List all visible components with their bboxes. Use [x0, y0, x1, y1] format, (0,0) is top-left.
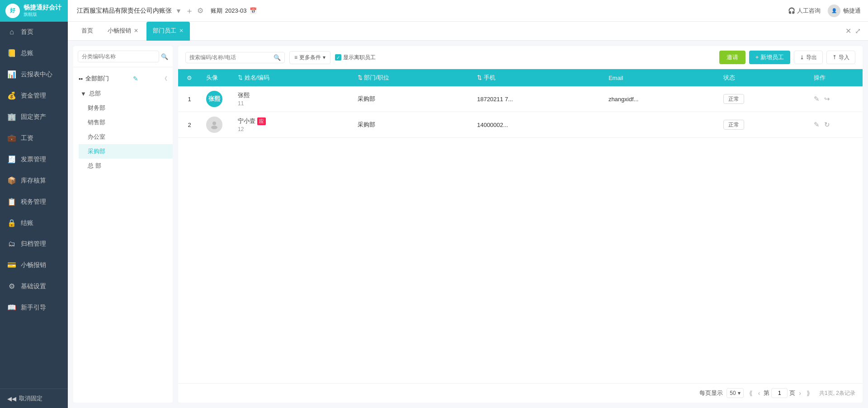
dept-label-hq: 总 部	[88, 162, 101, 170]
refresh-icon[interactable]: ↻	[824, 121, 830, 129]
logout-icon[interactable]: ↪	[824, 95, 830, 103]
last-page-icon[interactable]: ⟫	[805, 389, 812, 398]
dept-node-finance[interactable]: 财务部	[79, 101, 173, 115]
add-employee-button[interactable]: + 新增员工	[749, 51, 790, 64]
show-resigned-checkbox[interactable]: ✓ 显示离职员工	[335, 54, 376, 61]
expense-icon: 💳	[7, 261, 16, 269]
tab-home[interactable]: 首页	[75, 22, 99, 41]
row1-name-cell: 张熙 11	[232, 86, 352, 112]
invite-button[interactable]: 邀请	[719, 51, 745, 64]
reports-icon: 📊	[7, 70, 16, 79]
sidebar-label-close: 结账	[21, 219, 33, 227]
unpin-button[interactable]: ◀◀ 取消固定	[0, 389, 68, 408]
row1-avatar: 张熙	[201, 86, 232, 112]
edit-icon[interactable]: ✎	[814, 95, 820, 103]
avatar: 👤	[828, 5, 840, 17]
per-page-label: 每页显示	[699, 389, 723, 397]
dept-node-hq[interactable]: 总 部	[79, 159, 173, 173]
service-button[interactable]: 🎧 人工咨询	[788, 7, 821, 15]
logo-area: 好 畅捷通好会计 旗舰版	[0, 0, 68, 22]
sidebar-item-capital[interactable]: 💰 资金管理	[0, 85, 68, 106]
tax-icon: 📋	[7, 197, 16, 206]
row1-no: 1	[178, 86, 201, 112]
sidebar-item-inventory[interactable]: 📦 库存核算	[0, 170, 68, 191]
dept-label-general: 总部	[89, 89, 101, 98]
row2-name: 宁小壹	[238, 117, 255, 125]
company-dropdown-icon[interactable]: ▼	[175, 7, 182, 14]
tab-expense-close-icon[interactable]: ✕	[134, 28, 138, 34]
tab-expense[interactable]: 小畅报销 ✕	[101, 22, 145, 41]
dept-search-area: 🔍	[73, 46, 173, 67]
dept-node-purchase[interactable]: 采购部	[79, 144, 173, 159]
employee-search-icon[interactable]: 🔍	[274, 54, 281, 61]
dept-node-office[interactable]: 办公室	[79, 130, 173, 144]
sidebar-item-tax[interactable]: 📋 税务管理	[0, 191, 68, 212]
sidebar-label-capital: 资金管理	[21, 92, 46, 100]
per-page-select[interactable]: 50 ▾	[726, 388, 743, 398]
sidebar-item-close[interactable]: 🔒 结账	[0, 212, 68, 234]
guide-icon: 📖	[7, 303, 16, 312]
filter-label: 更多条件	[299, 54, 321, 61]
dept-node-general[interactable]: ▼ 总部	[73, 86, 173, 101]
sidebar-item-guide[interactable]: 📖 新手引导	[0, 297, 68, 318]
invoice-icon: 🧾	[7, 155, 16, 164]
dept-edit-icon[interactable]: ✎	[133, 75, 138, 82]
tab-employees-close-icon[interactable]: ✕	[179, 28, 184, 34]
per-page-value: 50	[730, 390, 736, 396]
col-name[interactable]: ⇅ 姓名/编码	[232, 69, 352, 86]
headphone-icon: 🎧	[788, 7, 795, 14]
dept-collapse-icon[interactable]: 《	[162, 75, 167, 83]
employee-search-input[interactable]	[189, 54, 271, 61]
dept-all-button[interactable]: ▪▪ 全部部门 ✎ 《	[73, 71, 173, 86]
sidebar-item-settings[interactable]: ⚙ 基础设置	[0, 276, 68, 297]
row2-actions: ✎ ↻	[808, 112, 863, 138]
avatar	[206, 117, 222, 133]
dept-node-sales[interactable]: 销售部	[79, 115, 173, 130]
sidebar-item-reports[interactable]: 📊 云报表中心	[0, 64, 68, 85]
dept-tree: ▪▪ 全部部门 ✎ 《 ▼ 总部 财务部	[73, 67, 173, 403]
checkbox-check-icon: ✓	[335, 54, 341, 61]
sidebar-item-ledger[interactable]: 📒 总账	[0, 42, 68, 64]
company-name: 江西服宝精品有限责任公司内账张	[77, 7, 172, 15]
dept-search-icon[interactable]: 🔍	[161, 53, 168, 60]
col-phone[interactable]: ⇅ 手机	[472, 69, 603, 86]
export-label: 导出	[806, 54, 817, 61]
col-dept[interactable]: ⇅ 部门/职位	[352, 69, 472, 86]
add-company-button[interactable]: ＋	[185, 5, 193, 16]
dept-children: 财务部 销售部 办公室 采购部 总 部	[73, 101, 173, 173]
sidebar-label-home: 首页	[21, 28, 33, 36]
main-layout: ⌂ 首页 📒 总账 📊 云报表中心 💰 资金管理 🏢 固定资产 💼 工资 🧾 发…	[0, 22, 868, 408]
top-header: 好 畅捷通好会计 旗舰版 江西服宝精品有限责任公司内账张 ▼ ＋ ⚙ 账期 20…	[0, 0, 868, 22]
company-selector[interactable]: 江西服宝精品有限责任公司内账张 ▼	[77, 7, 182, 15]
sidebar-item-salary[interactable]: 💼 工资	[0, 127, 68, 149]
sidebar-item-archive[interactable]: 🗂 归档管理	[0, 234, 68, 254]
settings-icon[interactable]: ⚙	[197, 6, 203, 15]
export-button[interactable]: ⤓ 导出	[794, 51, 823, 64]
dept-all-label: 全部部门	[85, 75, 109, 83]
col-avatar: 头像	[201, 69, 232, 86]
filter-icon: ≡	[294, 54, 297, 61]
sidebar-item-home[interactable]: ⌂ 首页	[0, 22, 68, 42]
row2-code: 12	[238, 126, 347, 132]
user-area[interactable]: 👤 畅捷通	[828, 5, 861, 17]
prev-page-icon[interactable]: ‹	[756, 389, 762, 398]
dept-search-input[interactable]	[78, 51, 159, 62]
sidebar-item-invoice[interactable]: 🧾 发票管理	[0, 149, 68, 170]
sidebar-item-fixed[interactable]: 🏢 固定资产	[0, 106, 68, 127]
dept-label-finance: 财务部	[88, 104, 105, 112]
service-label: 人工咨询	[797, 7, 821, 15]
tab-close-window-icon[interactable]: ✕	[845, 27, 851, 35]
import-button[interactable]: ⤒ 导入	[826, 51, 855, 64]
next-page-icon[interactable]: ›	[797, 389, 803, 398]
calendar-icon[interactable]: 📅	[250, 7, 257, 14]
first-page-icon[interactable]: ⟪	[747, 389, 755, 398]
col-settings[interactable]: ⚙	[178, 69, 201, 86]
page-input[interactable]	[771, 388, 788, 398]
tab-expand-icon[interactable]: ⤢	[855, 27, 861, 35]
edit-icon[interactable]: ✎	[814, 121, 820, 129]
sidebar-item-expense[interactable]: 💳 小畅报销	[0, 254, 68, 276]
filter-button[interactable]: ≡ 更多条件 ▾	[289, 51, 330, 64]
tab-employees[interactable]: 部门员工 ✕	[146, 22, 190, 41]
sidebar-label-salary: 工资	[21, 134, 33, 142]
table-row: 1 张熙 张熙 11	[178, 86, 863, 112]
